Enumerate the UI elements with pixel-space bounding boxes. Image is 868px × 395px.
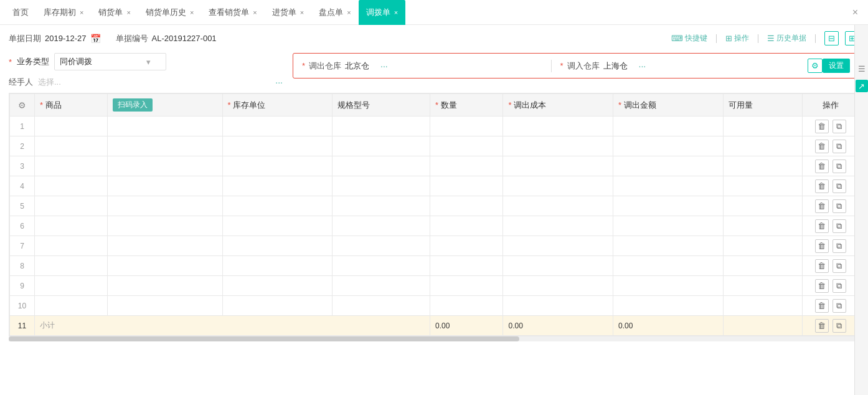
delete-row-btn[interactable]: 🗑 — [815, 179, 829, 193]
tab-close-stocktake[interactable]: × — [347, 9, 351, 16]
cell-cost[interactable] — [503, 256, 613, 276]
tab-home[interactable]: 首页 — [5, 0, 36, 25]
delete-row-btn[interactable]: 🗑 — [815, 199, 829, 213]
cell-product[interactable] — [35, 236, 108, 256]
tab-inventory-init[interactable]: 库存期初 × — [36, 0, 91, 25]
cell-qty[interactable] — [430, 256, 503, 276]
cell-spec[interactable] — [333, 156, 430, 176]
sidebar-note-icon[interactable]: ☰ — [856, 62, 868, 75]
delete-row-btn[interactable]: 🗑 — [815, 259, 829, 273]
cell-product[interactable] — [35, 196, 108, 216]
cell-unit[interactable] — [222, 256, 333, 276]
cell-cost[interactable] — [503, 156, 613, 176]
copy-row-btn[interactable]: ⧉ — [833, 199, 846, 213]
copy-row-btn[interactable]: ⧉ — [833, 259, 846, 273]
calendar-icon[interactable]: 📅 — [90, 34, 101, 44]
cell-product[interactable] — [35, 176, 108, 196]
cell-cost[interactable] — [503, 216, 613, 236]
icon-settings-button[interactable]: ⊟ — [824, 31, 839, 45]
cell-qty[interactable] — [430, 156, 503, 176]
cell-amount[interactable] — [613, 296, 724, 316]
cell-spec[interactable] — [333, 216, 430, 236]
cell-cost[interactable] — [503, 136, 613, 156]
cell-cost[interactable] — [503, 196, 613, 216]
copy-row-btn[interactable]: ⧉ — [833, 279, 846, 293]
cell-unit[interactable] — [222, 176, 333, 196]
cell-qty[interactable] — [430, 117, 503, 136]
sidebar-export-icon[interactable]: ↗ — [856, 80, 868, 92]
out-warehouse-more-btn[interactable]: ··· — [380, 61, 388, 71]
cell-unit[interactable] — [222, 136, 333, 156]
tab-close-transfer[interactable]: × — [394, 9, 398, 16]
cell-cost[interactable] — [503, 117, 613, 136]
cell-spec[interactable] — [333, 196, 430, 216]
horizontal-scrollbar[interactable] — [9, 336, 859, 341]
copy-row-btn[interactable]: ⧉ — [833, 179, 846, 193]
delete-row-btn[interactable]: 🗑 — [815, 279, 829, 293]
cell-unit[interactable] — [222, 296, 333, 316]
delete-row-btn[interactable]: 🗑 — [815, 159, 829, 173]
cell-spec[interactable] — [333, 136, 430, 156]
tab-close-purchase[interactable]: × — [300, 9, 304, 16]
cell-spec[interactable] — [333, 276, 430, 296]
copy-row-btn[interactable]: ⧉ — [833, 319, 846, 333]
cell-product[interactable] — [35, 136, 108, 156]
cell-product[interactable] — [35, 216, 108, 236]
in-warehouse-more-btn[interactable]: ··· — [639, 61, 646, 71]
cell-spec[interactable] — [333, 117, 430, 136]
copy-row-btn[interactable]: ⧉ — [833, 140, 846, 153]
cell-unit[interactable] — [222, 236, 333, 256]
operation-button[interactable]: ⊞ 操作 — [725, 33, 749, 44]
cell-cost[interactable] — [503, 276, 613, 296]
cell-cost[interactable] — [503, 296, 613, 316]
tab-close-inventory-init[interactable]: × — [80, 9, 83, 16]
delete-row-btn[interactable]: 🗑 — [815, 319, 829, 333]
tab-close-sales-history[interactable]: × — [190, 9, 194, 16]
cell-cost[interactable] — [503, 236, 613, 256]
tab-purchase[interactable]: 进货单 × — [265, 0, 311, 25]
tab-stocktake[interactable]: 盘点单 × — [311, 0, 358, 25]
history-button[interactable]: ☰ 历史单据 — [767, 33, 806, 44]
scan-button[interactable]: 扫码录入 — [113, 98, 153, 112]
biz-type-select[interactable]: 同价调拨 ▾ — [54, 53, 166, 70]
cell-qty[interactable] — [430, 236, 503, 256]
cell-amount[interactable] — [613, 136, 724, 156]
cell-amount[interactable] — [613, 256, 724, 276]
handler-input[interactable]: 选择... — [38, 77, 61, 88]
tab-view-sales[interactable]: 查看销货单 × — [201, 0, 264, 25]
cell-spec[interactable] — [333, 176, 430, 196]
cell-cost[interactable] — [503, 176, 613, 196]
cell-unit[interactable] — [222, 156, 333, 176]
cell-amount[interactable] — [613, 176, 724, 196]
cell-amount[interactable] — [613, 196, 724, 216]
cell-product[interactable] — [35, 256, 108, 276]
cell-amount[interactable] — [613, 156, 724, 176]
copy-row-btn[interactable]: ⧉ — [833, 159, 846, 173]
delete-row-btn[interactable]: 🗑 — [815, 219, 829, 233]
tab-sales-order[interactable]: 销货单 × — [91, 0, 138, 25]
cell-unit[interactable] — [222, 196, 333, 216]
cell-qty[interactable] — [430, 276, 503, 296]
tab-bar-close-button[interactable]: × — [847, 7, 863, 18]
cell-amount[interactable] — [613, 236, 724, 256]
scroll-thumb[interactable] — [9, 336, 519, 341]
cell-product[interactable] — [35, 296, 108, 316]
copy-row-btn[interactable]: ⧉ — [833, 219, 846, 233]
cell-unit[interactable] — [222, 117, 333, 136]
warehouse-settings-icon-btn[interactable]: ⚙ — [808, 59, 823, 73]
delete-row-btn[interactable]: 🗑 — [815, 140, 829, 153]
cell-spec[interactable] — [333, 256, 430, 276]
cell-product[interactable] — [35, 117, 108, 136]
cell-unit[interactable] — [222, 276, 333, 296]
tab-sales-history[interactable]: 销货单历史 × — [138, 0, 201, 25]
cell-amount[interactable] — [613, 117, 724, 136]
cell-spec[interactable] — [333, 296, 430, 316]
cell-unit[interactable] — [222, 216, 333, 236]
cell-spec[interactable] — [333, 236, 430, 256]
gear-icon[interactable]: ⚙ — [18, 100, 26, 110]
delete-row-btn[interactable]: 🗑 — [815, 120, 829, 133]
copy-row-btn[interactable]: ⧉ — [833, 120, 846, 133]
warehouse-settings-button[interactable]: 设置 — [823, 59, 850, 73]
shortcut-button[interactable]: ⌨ 快捷键 — [671, 33, 707, 44]
delete-row-btn[interactable]: 🗑 — [815, 299, 829, 313]
